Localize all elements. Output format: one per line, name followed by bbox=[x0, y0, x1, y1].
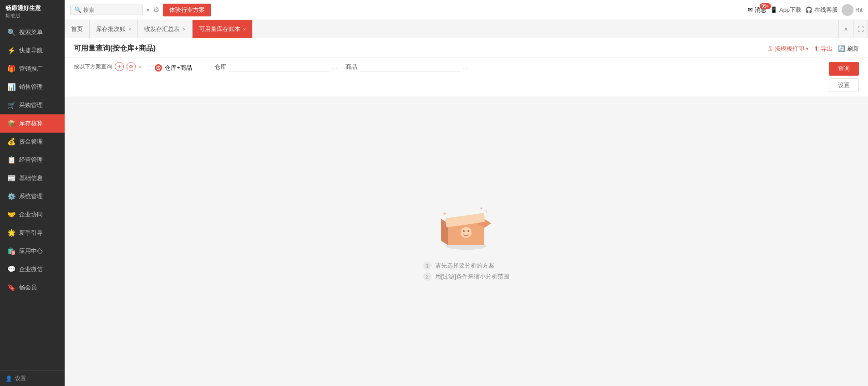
phone-icon: 📱 bbox=[770, 6, 777, 13]
sidebar-item-operation[interactable]: 📋 经营管理 bbox=[0, 151, 65, 169]
sidebar-item-wechat[interactable]: 💬 企业微信 bbox=[0, 260, 65, 278]
online-service-button[interactable]: 🎧 在线客服 bbox=[805, 6, 838, 14]
filter-label: 按以下方案查询 bbox=[74, 63, 112, 71]
empty-illustration: ✦ ✦ ✦ bbox=[439, 203, 493, 254]
chevron-down-icon[interactable]: ▾ bbox=[147, 7, 149, 13]
search-icon: 🔍 bbox=[7, 28, 15, 36]
sales-icon: 📊 bbox=[7, 83, 15, 91]
product-field: 商品 … bbox=[345, 62, 469, 72]
tab-available-ledger[interactable]: 可用量库存账本 × bbox=[193, 20, 253, 38]
sidebar-item-system[interactable]: ⚙️ 系统管理 bbox=[0, 187, 65, 206]
sidebar-item-inventory[interactable]: 📦 库存核算 bbox=[0, 114, 65, 133]
basic-icon: 📰 bbox=[7, 174, 15, 182]
tab-batch-label: 库存批次账 bbox=[96, 25, 126, 33]
sidebar-nav: 🔍 搜索菜单 ⚡ 快捷导航 🎁 营销推广 📊 销售管理 🛒 采购管理 📦 库存核… bbox=[0, 23, 65, 371]
setting-icon: ⚙ bbox=[129, 64, 133, 70]
inventory-icon: 📦 bbox=[7, 119, 15, 128]
warehouse-dots[interactable]: … bbox=[332, 63, 338, 71]
sidebar-item-label: 系统管理 bbox=[19, 192, 43, 201]
empty-state: ✦ ✦ ✦ 1 请先选择要分析的方案 2 用[过滤]条件来缩小分析范围 bbox=[423, 203, 509, 281]
sidebar-bottom: 👤 设置 bbox=[0, 371, 65, 386]
warehouse-input[interactable] bbox=[229, 62, 329, 72]
sidebar-item-enterprise[interactable]: 🤝 企业协同 bbox=[0, 206, 65, 224]
sidebar-item-label: 快捷导航 bbox=[19, 46, 43, 55]
topbar-search-box[interactable]: 🔍 bbox=[70, 5, 143, 15]
print-button[interactable]: 🖨 按模板打印 ▾ bbox=[767, 45, 808, 53]
sidebar-item-label: 基础信息 bbox=[19, 174, 43, 182]
header-actions: 🖨 按模板打印 ▾ ⬆ 导出 🔄 刷新 bbox=[767, 45, 859, 53]
product-input[interactable] bbox=[360, 62, 460, 72]
sidebar-item-label: 销售管理 bbox=[19, 83, 43, 91]
tab-batch-ledger[interactable]: 库存批次账 × bbox=[90, 20, 138, 38]
svg-point-7 bbox=[461, 227, 472, 238]
sidebar-bottom-icon: 👤 bbox=[5, 376, 12, 382]
sidebar-item-marketing[interactable]: 🎁 营销推广 bbox=[0, 60, 65, 78]
user-menu[interactable]: Rit bbox=[842, 4, 863, 16]
tabs-bar: 首页 库存批次账 × 收发存汇总表 × 可用量库存账本 × × ⛶ bbox=[65, 20, 868, 38]
empty-box-svg: ✦ ✦ ✦ bbox=[439, 203, 493, 253]
scheme-item[interactable]: 仓库+商品 bbox=[151, 62, 196, 74]
tip-2: 2 用[过滤]条件来缩小分析范围 bbox=[423, 273, 509, 281]
content-area: 可用量查询(按仓库+商品) 🖨 按模板打印 ▾ ⬆ 导出 🔄 刷新 bbox=[65, 38, 868, 386]
trial-button[interactable]: 体验行业方案 bbox=[163, 4, 211, 16]
purchase-icon: 🛒 bbox=[7, 101, 15, 109]
settings-button[interactable]: 设置 bbox=[829, 78, 859, 92]
sidebar-item-label: 应用中心 bbox=[19, 247, 43, 255]
sidebar-item-shortcut[interactable]: ⚡ 快捷导航 bbox=[0, 41, 65, 60]
sidebar-item-newbie[interactable]: 🌟 新手引导 bbox=[0, 224, 65, 242]
refresh-label: 刷新 bbox=[847, 45, 859, 53]
sidebar-item-label: 企业微信 bbox=[19, 265, 43, 273]
filter-collapse-button[interactable]: « bbox=[138, 63, 142, 70]
operation-icon: 📋 bbox=[7, 156, 15, 164]
filter-add-button[interactable]: + bbox=[115, 62, 124, 71]
message-icon: ✉ bbox=[748, 6, 753, 13]
query-button[interactable]: 查询 bbox=[829, 62, 859, 76]
app-download-button[interactable]: 📱 App下载 bbox=[770, 6, 802, 14]
sidebar-item-fund[interactable]: 💰 资金管理 bbox=[0, 133, 65, 151]
fund-icon: 💰 bbox=[7, 138, 15, 146]
search-icon: 🔍 bbox=[74, 6, 81, 13]
sidebar-item-basic[interactable]: 📰 基础信息 bbox=[0, 169, 65, 187]
tab-collect-close-icon[interactable]: × bbox=[183, 26, 185, 32]
sidebar: 畅康通好生意 标准版 🔍 搜索菜单 ⚡ 快捷导航 🎁 营销推广 📊 销售管理 🛒… bbox=[0, 0, 65, 386]
gear-icon[interactable]: ⚙ bbox=[153, 5, 159, 14]
message-button[interactable]: ✉ 消息 99+ bbox=[748, 6, 766, 14]
product-dots[interactable]: … bbox=[463, 63, 469, 71]
scheme-icon bbox=[155, 64, 162, 72]
filter-fields: 仓库 … 商品 … bbox=[214, 62, 824, 72]
sidebar-item-label: 库存核算 bbox=[19, 119, 43, 128]
sidebar-item-label: 新手引导 bbox=[19, 229, 43, 237]
app-download-label: App下载 bbox=[779, 6, 802, 14]
svg-point-9 bbox=[467, 230, 469, 232]
marketing-icon: 🎁 bbox=[7, 65, 15, 73]
brand-subtitle: 标准版 bbox=[5, 12, 59, 19]
tab-batch-close-icon[interactable]: × bbox=[128, 26, 131, 32]
export-button[interactable]: ⬆ 导出 bbox=[814, 45, 832, 53]
sidebar-item-search[interactable]: 🔍 搜索菜单 bbox=[0, 23, 65, 41]
tab-collect-summary[interactable]: 收发存汇总表 × bbox=[138, 20, 192, 38]
tab-home[interactable]: 首页 bbox=[65, 20, 90, 38]
sidebar-item-sales[interactable]: 📊 销售管理 bbox=[0, 78, 65, 96]
tip-text-2: 用[过滤]条件来缩小分析范围 bbox=[435, 273, 509, 281]
tab-available-close-icon[interactable]: × bbox=[243, 26, 246, 32]
sidebar-item-label: 搜索菜单 bbox=[19, 28, 43, 36]
filter-setting-button[interactable]: ⚙ bbox=[127, 62, 136, 71]
filter-scheme-list: 仓库+商品 bbox=[151, 62, 196, 74]
sidebar-item-label: 营销推广 bbox=[19, 65, 43, 73]
sidebar-item-label: 企业协同 bbox=[19, 211, 43, 219]
newbie-icon: 🌟 bbox=[7, 229, 15, 237]
scheme-item-label: 仓库+商品 bbox=[165, 64, 192, 72]
close-all-tabs-button[interactable]: × bbox=[839, 20, 853, 38]
sidebar-item-purchase[interactable]: 🛒 采购管理 bbox=[0, 96, 65, 114]
sidebar-bottom-text: 设置 bbox=[15, 375, 26, 382]
sidebar-item-member[interactable]: 🔖 畅会员 bbox=[0, 278, 65, 297]
sidebar-item-appcenter[interactable]: 🛍️ 应用中心 bbox=[0, 242, 65, 260]
refresh-button[interactable]: 🔄 刷新 bbox=[838, 45, 859, 53]
tab-home-label: 首页 bbox=[71, 25, 83, 33]
headset-icon: 🎧 bbox=[805, 6, 812, 13]
print-icon: 🖨 bbox=[767, 45, 773, 52]
expand-icon[interactable]: ⛶ bbox=[853, 20, 868, 38]
search-input[interactable] bbox=[83, 7, 133, 13]
tip-text-1: 请先选择要分析的方案 bbox=[435, 262, 494, 270]
page-header: 可用量查询(按仓库+商品) 🖨 按模板打印 ▾ ⬆ 导出 🔄 刷新 bbox=[65, 38, 868, 57]
